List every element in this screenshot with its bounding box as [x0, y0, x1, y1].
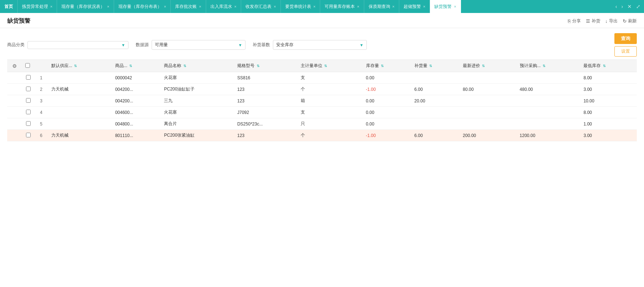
close-tab-expiry-query[interactable]: × — [392, 4, 395, 9]
row-spec: J7092 — [234, 107, 297, 118]
row-latest-price — [459, 95, 516, 107]
row-checkbox-cell[interactable] — [22, 130, 35, 141]
tab-expand-button[interactable]: ⤢ — [634, 3, 643, 10]
select-all-checkbox[interactable] — [25, 63, 30, 68]
close-tab-inventory-dist[interactable]: × — [164, 4, 166, 9]
row-settings-cell — [7, 72, 22, 84]
refresh-icon: ↻ — [623, 18, 627, 24]
row-min-stock: 10.00 — [580, 95, 637, 107]
replenish-base-select[interactable]: 安全库存 ▼ — [273, 40, 367, 50]
tab-available-account[interactable]: 可用量库存账本 × — [320, 0, 364, 13]
row-replenish-qty — [411, 107, 459, 118]
col-estimated-purchase: 预计采购... ⇅ — [516, 60, 580, 72]
datasource-select-arrow: ▼ — [238, 43, 242, 47]
close-tab-shortage[interactable]: × — [454, 4, 456, 9]
row-stock: 0.00 — [362, 118, 411, 130]
row-product-code: 0000042 — [112, 72, 161, 84]
row-settings-cell — [7, 84, 22, 95]
row-default-supplier — [48, 118, 112, 130]
share-button[interactable]: ⎘ 分享 — [568, 18, 581, 24]
sort-icon-min-stock: ⇅ — [603, 64, 606, 68]
row-checkbox[interactable] — [26, 87, 31, 91]
row-checkbox[interactable] — [26, 133, 31, 137]
row-min-stock: 3.00 — [580, 84, 637, 95]
settings-button[interactable]: 设置 — [614, 46, 637, 57]
row-unit: 个 — [297, 84, 362, 95]
tab-bar: 首页 拣货异常处理 × 现存量（库存状况表） × 现存量（库存分布表） × 库存… — [0, 0, 644, 13]
tab-expiry-query[interactable]: 保质期查询 × — [364, 0, 399, 13]
export-button[interactable]: ↓ 导出 — [605, 18, 618, 24]
row-stock: 0.00 — [362, 72, 411, 84]
row-min-stock: 1.00 — [580, 118, 637, 130]
col-min-stock: 最低库存 ⇅ — [580, 60, 637, 72]
row-settings-cell — [7, 107, 22, 118]
row-spec: DS250*23c... — [234, 118, 297, 130]
tab-inventory-dist[interactable]: 现存量（库存分布表） × — [114, 0, 171, 13]
category-select[interactable]: ▼ — [27, 41, 129, 49]
row-latest-price: 80.00 — [459, 84, 516, 95]
tab-receipt-summary[interactable]: 收发存汇总表 × — [241, 0, 280, 13]
close-tab-receipt-summary[interactable]: × — [274, 4, 276, 9]
datasource-select-value: 可用量 — [155, 42, 238, 48]
close-tab-batch-account[interactable]: × — [199, 4, 201, 9]
close-tab-exception[interactable]: × — [50, 4, 52, 9]
tab-shortage[interactable]: 缺货预警 × — [430, 0, 461, 13]
tab-batch-account[interactable]: 库存批次账 × — [171, 0, 206, 13]
tab-close-all-button[interactable]: ✕ — [625, 3, 634, 10]
tab-home[interactable]: 首页 — [0, 0, 18, 13]
row-checkbox[interactable] — [26, 98, 31, 103]
replenish-button[interactable]: ☰ 补货 — [586, 18, 600, 24]
row-settings-cell — [7, 130, 22, 141]
row-min-stock: 8.00 — [580, 107, 637, 118]
settings-icon[interactable]: ⚙ — [11, 63, 18, 69]
tab-prev-button[interactable]: ‹ — [613, 3, 619, 10]
category-filter-group: 商品分类 ▼ — [7, 41, 129, 49]
col-rownum — [35, 60, 48, 72]
close-tab-order-stats[interactable]: × — [313, 4, 316, 9]
close-tab-available-account[interactable]: × — [357, 4, 359, 9]
row-estimated-purchase — [516, 95, 580, 107]
query-button[interactable]: 查询 — [614, 33, 637, 44]
row-checkbox-cell[interactable] — [22, 118, 35, 130]
replenish-base-select-arrow: ▼ — [360, 43, 364, 47]
row-estimated-purchase: 1200.00 — [516, 130, 580, 141]
sort-icon-stock: ⇅ — [381, 64, 384, 68]
row-product-code: 004600... — [112, 107, 161, 118]
row-latest-price — [459, 72, 516, 84]
row-checkbox-cell[interactable] — [22, 84, 35, 95]
close-tab-inout-flow[interactable]: × — [234, 4, 236, 9]
row-checkbox[interactable] — [26, 110, 31, 114]
row-unit: 只 — [297, 118, 362, 130]
tab-exception[interactable]: 拣货异常处理 × — [18, 0, 57, 13]
row-product-name: 离合片 — [160, 118, 234, 130]
tab-nav-buttons: ‹ › ✕ ⤢ — [612, 3, 644, 10]
replenish-icon: ☰ — [586, 18, 590, 24]
close-tab-overstock[interactable]: × — [423, 4, 425, 9]
row-stock: 0.00 — [362, 95, 411, 107]
row-checkbox[interactable] — [26, 75, 31, 80]
row-product-name: 火花塞 — [160, 107, 234, 118]
col-product-name: 商品名称 ⇅ — [160, 60, 234, 72]
col-checkbox — [22, 60, 35, 72]
row-unit: 支 — [297, 72, 362, 84]
tab-next-button[interactable]: › — [619, 3, 625, 10]
col-latest-price: 最新进价 ⇅ — [459, 60, 516, 72]
col-spec: 规格型号 ⇅ — [234, 60, 297, 72]
tab-inventory-status[interactable]: 现存量（库存状况表） × — [57, 0, 114, 13]
row-checkbox-cell[interactable] — [22, 107, 35, 118]
datasource-select[interactable]: 可用量 ▼ — [152, 40, 245, 50]
refresh-button[interactable]: ↻ 刷新 — [623, 18, 637, 24]
row-stock: 0.00 — [362, 107, 411, 118]
row-checkbox-cell[interactable] — [22, 72, 35, 84]
row-product-code: 004800... — [112, 118, 161, 130]
tab-order-stats[interactable]: 要货单统计表 × — [281, 0, 320, 13]
row-spec: SS816 — [234, 72, 297, 84]
row-checkbox[interactable] — [26, 121, 31, 126]
tab-inout-flow[interactable]: 出入库流水 × — [206, 0, 241, 13]
row-default-supplier — [48, 107, 112, 118]
sort-icon-name: ⇅ — [183, 64, 186, 68]
row-checkbox-cell[interactable] — [22, 95, 35, 107]
share-icon: ⎘ — [568, 18, 571, 24]
close-tab-inventory-status[interactable]: × — [107, 4, 109, 9]
tab-overstock[interactable]: 超储预警 × — [399, 0, 430, 13]
